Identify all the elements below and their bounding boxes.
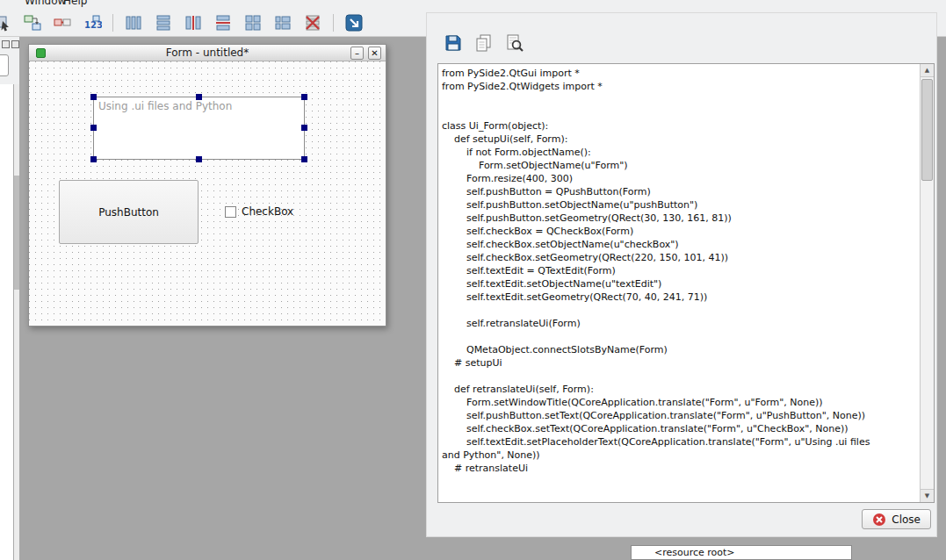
lay-out-in-grid-button[interactable] [241,11,265,34]
close-button-label: Close [892,513,921,526]
form-minimize-button[interactable]: – [350,47,364,60]
designer-form-window: Form - untitled* – ✕ Using .ui files and… [28,44,386,327]
edit-widgets-button[interactable] [0,11,15,34]
lay-out-vertically-button[interactable] [151,11,176,34]
break-layout-icon [303,13,322,32]
code-preview-dialog: from PySide2.QtGui import * from PySide2… [426,12,937,537]
code-view[interactable]: from PySide2.QtGui import * from PySide2… [437,63,935,503]
lay-out-vertically-in-splitter-icon [213,13,233,32]
find-icon [505,33,524,53]
lay-out-in-form-layout-icon [273,13,292,32]
resize-handle-bottom-center[interactable] [196,156,202,162]
resize-handle-mid-left[interactable] [90,125,97,131]
resize-handle-bottom-right[interactable] [301,156,307,162]
qt-designer-window: Window Help 123 [0,0,946,560]
toolbar-separator [333,14,334,32]
resize-handle-top-right[interactable] [301,94,307,100]
edit-tab-order-button[interactable]: 123 [80,11,105,34]
lay-out-in-form-layout-button[interactable] [271,11,295,34]
save-icon [444,33,463,53]
resize-handle-top-left[interactable] [90,94,97,100]
resource-root-label: <resource root> [654,547,735,558]
scroll-down-icon[interactable]: ▼ [921,489,934,502]
pushbutton-widget[interactable]: PushButton [59,180,199,244]
menu-help[interactable]: Help [63,0,87,7]
pushbutton-label: PushButton [98,206,159,219]
dock-float-button[interactable] [2,40,10,48]
code-dialog-toolbar [443,32,525,54]
lay-out-horizontally-icon [124,13,143,32]
close-button[interactable]: Close [862,509,931,529]
lay-out-vertically-icon [154,13,173,32]
find-button[interactable] [504,32,525,54]
resize-handle-mid-right[interactable] [301,125,307,131]
menu-window[interactable]: Window [25,0,66,7]
resize-handle-bottom-left[interactable] [90,156,97,162]
form-window-title: Form - untitled* [29,47,386,59]
copy-button[interactable] [473,32,495,54]
main-toolbar: 123 [0,10,369,36]
widget-filter-input[interactable] [0,54,9,76]
textedit-placeholder-text: Using .ui files and Python [98,100,232,112]
toolbar-separator [112,14,113,32]
scroll-up-icon[interactable]: ▲ [921,64,934,77]
widget-box-scrollbar-thumb[interactable] [14,176,19,290]
edit-widgets-icon [0,13,12,32]
adjust-size-icon [344,13,364,32]
edit-buddies-button[interactable] [50,11,75,34]
lay-out-horizontally-in-splitter-button[interactable] [181,11,206,34]
dock-close-button[interactable] [11,40,19,48]
form-close-button[interactable]: ✕ [368,47,381,60]
edit-buddies-icon [53,13,72,32]
resource-root-item[interactable]: <resource root> [631,545,852,560]
lay-out-horizontally-button[interactable] [121,11,146,34]
edit-tab-order-icon: 123 [83,13,102,32]
adjust-size-button[interactable] [342,11,366,34]
edit-signals-slots-icon [23,13,42,32]
edit-signals-slots-button[interactable] [20,11,45,34]
menubar: Window Help [0,0,946,9]
svg-text:123: 123 [84,20,102,30]
checkbox-label: CheckBox [242,205,293,218]
lay-out-vertically-in-splitter-button[interactable] [211,11,235,34]
resize-handle-top-center[interactable] [196,94,202,100]
checkbox-widget[interactable]: CheckBox [225,205,293,218]
close-circle-icon [872,513,886,527]
code-scrollbar[interactable]: ▲ ▼ [920,64,934,502]
widget-box-list[interactable] [0,84,14,560]
textedit-widget[interactable]: Using .ui files and Python [93,97,305,160]
form-window-titlebar[interactable]: Form - untitled* – ✕ [29,45,386,61]
copy-icon [474,33,494,53]
lay-out-horizontally-in-splitter-icon [184,13,203,32]
form-canvas[interactable]: Using .ui files and Python PushButton Ch… [29,61,386,326]
checkbox-box[interactable] [225,206,236,218]
widget-box-scrollbar[interactable] [14,84,19,560]
code-text: from PySide2.QtGui import * from PySide2… [442,67,919,475]
break-layout-button[interactable] [300,11,325,34]
save-button[interactable] [443,32,464,54]
lay-out-in-grid-icon [243,13,263,32]
code-scrollbar-thumb[interactable] [921,79,933,181]
